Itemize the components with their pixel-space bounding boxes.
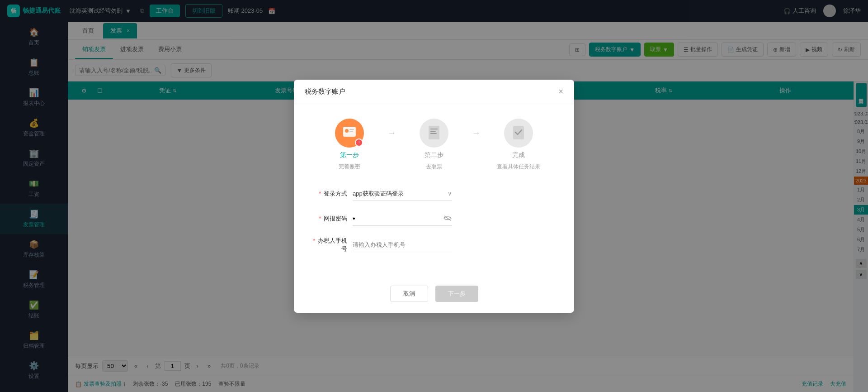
step-3-title: 完成 <box>512 151 525 159</box>
required-mark-1: * <box>319 190 321 197</box>
eye-icon[interactable] <box>443 215 452 222</box>
steps-indicator: ! 第一步 完善账密 → <box>312 119 556 171</box>
modal-close-btn[interactable]: × <box>558 87 563 96</box>
svg-rect-2 <box>349 129 354 130</box>
step-3-icon-wrap <box>504 119 533 148</box>
step-2-icon-wrap <box>420 119 448 148</box>
required-mark-2: * <box>319 215 321 222</box>
phone-label: * 办税人手机号 <box>312 237 353 253</box>
password-input-wrap <box>353 212 452 226</box>
login-method-label: * 登录方式 <box>312 190 353 198</box>
step-2-title: 第二步 <box>425 151 443 159</box>
login-method-field: * 登录方式 app获取验证码登录 ∨ <box>312 187 556 201</box>
step-1-desc: 完善账密 <box>339 163 360 171</box>
modal-title: 税务数字账户 <box>305 87 345 96</box>
modal-footer: 取消 下一步 <box>294 278 574 313</box>
step-3-icon <box>510 124 527 142</box>
tax-account-modal: 税务数字账户 × <box>294 80 574 313</box>
phone-input[interactable] <box>353 239 452 251</box>
step-1-title: 第一步 <box>340 151 359 159</box>
step-2: 第二步 去取票 <box>396 119 472 171</box>
svg-rect-6 <box>430 131 436 132</box>
cancel-button[interactable]: 取消 <box>390 286 428 302</box>
step-1: ! 第一步 完善账密 <box>312 119 387 171</box>
step-2-desc: 去取票 <box>426 163 442 171</box>
required-mark-3: * <box>313 237 315 244</box>
svg-rect-3 <box>349 131 353 132</box>
modal-overlay: 税务数字账户 × <box>0 0 868 392</box>
phone-field: * 办税人手机号 <box>312 237 556 253</box>
step-arrow-2: → <box>472 119 481 138</box>
step-arrow-1: → <box>387 119 396 138</box>
svg-rect-4 <box>429 126 439 139</box>
svg-rect-7 <box>430 133 437 134</box>
svg-rect-5 <box>430 129 438 129</box>
password-input[interactable] <box>353 212 443 225</box>
step-1-icon-wrap: ! <box>335 119 364 148</box>
phone-control <box>353 239 556 251</box>
select-chevron-icon: ∨ <box>448 190 452 197</box>
password-field: * 网报密码 <box>312 212 556 226</box>
modal-body: ! 第一步 完善账密 → <box>294 104 574 278</box>
next-button[interactable]: 下一步 <box>435 286 478 302</box>
password-label: * 网报密码 <box>312 215 353 223</box>
step-1-badge: ! <box>355 139 363 147</box>
password-control <box>353 212 556 226</box>
step-3-desc: 查看具体任务结果 <box>497 163 540 171</box>
step-3: 完成 查看具体任务结果 <box>481 119 556 171</box>
svg-point-1 <box>345 129 349 133</box>
login-method-select[interactable]: app获取验证码登录 ∨ <box>353 187 452 201</box>
login-method-control: app获取验证码登录 ∨ <box>353 187 556 201</box>
modal-header: 税务数字账户 × <box>294 80 574 104</box>
svg-rect-0 <box>343 127 356 137</box>
step-2-icon <box>426 124 442 142</box>
